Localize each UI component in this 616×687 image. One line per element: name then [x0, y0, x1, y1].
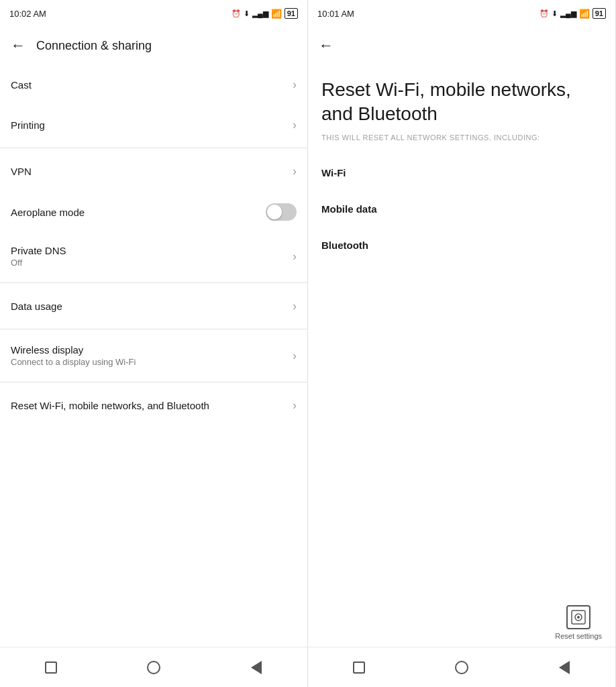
wifi-label: Wi-Fi: [321, 167, 346, 178]
right-phone-panel: 10:01 AM ⏰ ⬇ ▂▄▆ 📶 91 ← Reset Wi-Fi, mob…: [308, 0, 616, 687]
wireless-display-title: Wireless display: [11, 344, 136, 356]
private-dns-text: Private DNS Off: [11, 245, 66, 268]
left-nav-recents[interactable]: [39, 655, 63, 680]
right-recents-icon: [353, 662, 365, 674]
signal-icon: ▂▄▆: [252, 9, 268, 18]
printing-chevron: ›: [293, 118, 297, 132]
right-back-icon: [559, 661, 570, 674]
battery-indicator: 91: [285, 8, 298, 19]
right-signal-icon: ▂▄▆: [560, 9, 576, 18]
private-dns-subtitle: Off: [11, 258, 66, 268]
download-icon: ⬇: [244, 9, 250, 18]
reset-wifi-text: Reset Wi-Fi, mobile networks, and Blueto…: [11, 400, 209, 411]
divider-1: [0, 148, 307, 148]
right-back-button[interactable]: ←: [319, 37, 333, 54]
cast-text: Cast: [11, 79, 32, 91]
reset-settings-icon: [566, 605, 591, 629]
left-back-button[interactable]: ←: [11, 37, 25, 54]
left-bottom-nav: [0, 647, 307, 687]
right-status-time: 10:01 AM: [317, 9, 354, 19]
reset-settings-button[interactable]: Reset settings: [555, 605, 602, 640]
right-home-icon: [455, 661, 468, 674]
divider-4: [0, 382, 307, 382]
aeroplane-item[interactable]: Aeroplane mode: [0, 191, 307, 233]
reset-wifi-chevron: ›: [293, 399, 297, 413]
right-nav-back[interactable]: [552, 655, 576, 680]
cast-item[interactable]: Cast ›: [0, 64, 307, 105]
data-usage-title: Data usage: [11, 301, 62, 312]
reset-settings-label: Reset settings: [555, 632, 602, 640]
alarm-icon: ⏰: [232, 9, 241, 18]
vpn-chevron: ›: [293, 164, 297, 178]
svg-point-2: [577, 616, 580, 619]
mobile-data-item: Mobile data: [308, 191, 615, 227]
cast-chevron: ›: [293, 78, 297, 92]
right-toolbar: ←: [308, 27, 615, 64]
right-nav-recents[interactable]: [347, 655, 371, 680]
right-content: Reset Wi-Fi, mobile networks, and Blueto…: [308, 64, 615, 647]
left-toolbar: ← Connection & sharing: [0, 27, 307, 64]
wireless-display-text: Wireless display Connect to a display us…: [11, 344, 136, 367]
right-status-bar: 10:01 AM ⏰ ⬇ ▂▄▆ 📶 91: [308, 0, 615, 27]
right-status-icons: ⏰ ⬇ ▂▄▆ 📶 91: [540, 8, 606, 19]
cast-title: Cast: [11, 79, 32, 91]
vpn-text: VPN: [11, 166, 32, 177]
right-alarm-icon: ⏰: [540, 9, 549, 18]
printing-item[interactable]: Printing ›: [0, 105, 307, 145]
back-icon: [251, 661, 262, 674]
wifi-network-item: Wi-Fi: [308, 155, 615, 191]
left-status-icons: ⏰ ⬇ ▂▄▆ 📶 91: [232, 8, 298, 19]
right-battery-indicator: 91: [593, 8, 606, 19]
right-page-subtitle: THIS WILL RESET ALL NETWORK SETTINGS, IN…: [308, 134, 615, 155]
left-content: Cast › Printing › VPN › Aeroplane mode: [0, 64, 307, 647]
aeroplane-title: Aeroplane mode: [11, 207, 85, 218]
printing-text: Printing: [11, 119, 45, 131]
left-nav-back[interactable]: [244, 655, 268, 680]
divider-3: [0, 329, 307, 329]
reset-wifi-title: Reset Wi-Fi, mobile networks, and Blueto…: [11, 400, 209, 411]
right-wifi-icon: 📶: [579, 9, 590, 19]
vpn-title: VPN: [11, 166, 32, 177]
wireless-display-item[interactable]: Wireless display Connect to a display us…: [0, 332, 307, 379]
private-dns-item[interactable]: Private DNS Off ›: [0, 233, 307, 280]
bluetooth-label: Bluetooth: [321, 240, 368, 251]
bluetooth-item: Bluetooth: [308, 227, 615, 264]
left-status-bar: 10:02 AM ⏰ ⬇ ▂▄▆ 📶 91: [0, 0, 307, 27]
data-usage-item[interactable]: Data usage ›: [0, 286, 307, 326]
reset-wifi-item[interactable]: Reset Wi-Fi, mobile networks, and Blueto…: [0, 385, 307, 425]
home-icon: [147, 661, 160, 674]
data-usage-chevron: ›: [293, 299, 297, 313]
reset-svg-icon: [571, 610, 586, 625]
aeroplane-toggle[interactable]: [266, 203, 297, 221]
mobile-data-label: Mobile data: [321, 203, 377, 215]
aeroplane-text: Aeroplane mode: [11, 207, 85, 218]
recents-icon: [45, 662, 57, 674]
data-usage-text: Data usage: [11, 301, 62, 312]
printing-title: Printing: [11, 119, 45, 131]
right-bottom-nav: [308, 647, 615, 687]
wireless-display-subtitle: Connect to a display using Wi-Fi: [11, 357, 136, 367]
wireless-display-chevron: ›: [293, 349, 297, 363]
right-page-title: Reset Wi-Fi, mobile networks, and Blueto…: [308, 64, 615, 134]
private-dns-title: Private DNS: [11, 245, 66, 256]
right-nav-home[interactable]: [450, 655, 474, 680]
private-dns-chevron: ›: [293, 250, 297, 264]
vpn-item[interactable]: VPN ›: [0, 151, 307, 191]
right-download-icon: ⬇: [552, 9, 558, 18]
left-page-title: Connection & sharing: [36, 39, 152, 53]
left-status-time: 10:02 AM: [9, 9, 46, 19]
divider-2: [0, 282, 307, 283]
wifi-icon: 📶: [271, 9, 282, 19]
left-nav-home[interactable]: [142, 655, 166, 680]
left-phone-panel: 10:02 AM ⏰ ⬇ ▂▄▆ 📶 91 ← Connection & sha…: [0, 0, 308, 687]
